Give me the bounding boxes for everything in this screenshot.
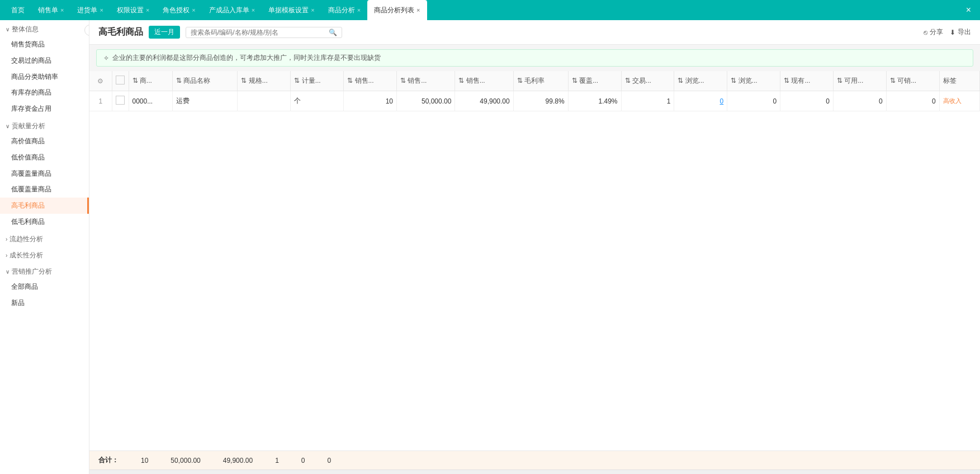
- search-input[interactable]: [191, 29, 329, 36]
- nav-product-analysis[interactable]: 商品分析 ×: [321, 0, 367, 20]
- cell-saleable: 0: [886, 91, 939, 111]
- th-sales-cost[interactable]: ⇅ 销售...: [455, 71, 513, 91]
- th-transactions[interactable]: ⇅ 交易...: [621, 71, 674, 91]
- page-title: 高毛利商品: [98, 26, 143, 38]
- cell-code: 0000...: [129, 91, 172, 111]
- th-available[interactable]: ⇅ 可用...: [833, 71, 886, 91]
- col-sort-icon-4: ⇅: [294, 77, 300, 85]
- main-layout: 《 ∨ 整体信息 销售货商品 交易过的商品 商品分类助销率 有库存的商品 库存资…: [0, 20, 980, 474]
- th-gross-margin[interactable]: ⇅ 毛利率: [513, 71, 568, 91]
- col-sort-icon-9: ⇅: [572, 77, 577, 85]
- th-sales-qty[interactable]: ⇅ 销售...: [344, 71, 397, 91]
- content-header: 高毛利商品 近一月 🔍 ⎋ 分享 ⬇ 导出: [89, 20, 980, 45]
- data-table: ⚙ ⇅ 商... ⇅ 商品名称: [89, 71, 980, 111]
- sidebar-item-all-goods[interactable]: 全部商品: [0, 279, 89, 295]
- nav-template-settings[interactable]: 单据模板设置 ×: [262, 0, 321, 20]
- footer-transactions: 1: [275, 457, 279, 464]
- cell-checkbox[interactable]: [112, 91, 129, 111]
- cell-unit: 个: [291, 91, 344, 111]
- sidebar-item-stock-capital[interactable]: 库存资金占用: [0, 101, 89, 117]
- cell-spec: [238, 91, 291, 111]
- table-wrapper: ⚙ ⇅ 商... ⇅ 商品名称: [89, 71, 980, 450]
- sidebar-item-in-stock[interactable]: 有库存的商品: [0, 85, 89, 101]
- sidebar-item-low-margin[interactable]: 低毛利商品: [0, 214, 89, 230]
- col-sort-icon-14: ⇅: [837, 77, 842, 85]
- arrow-down-icon: ∨: [6, 26, 10, 32]
- nav-purchase-order[interactable]: 进货单 ×: [70, 0, 110, 20]
- sidebar-group-overall[interactable]: ∨ 整体信息: [0, 20, 89, 36]
- cell-index: 1: [89, 91, 112, 111]
- table-row: 1 0000... 运费 个 10 50,000.00 49,900.00 99…: [89, 91, 980, 111]
- export-icon: ⬇: [950, 29, 955, 36]
- th-code[interactable]: ⇅ 商...: [129, 71, 172, 91]
- col-sort-icon-8: ⇅: [517, 77, 523, 85]
- sidebar-item-traded-goods[interactable]: 交易过的商品: [0, 53, 89, 69]
- th-browse1[interactable]: ⇅ 浏览...: [674, 71, 727, 91]
- header-actions: ⎋ 分享 ⬇ 导出: [924, 27, 971, 37]
- nav-home[interactable]: 首页: [4, 0, 31, 20]
- cell-available: 0: [833, 91, 886, 111]
- th-spec[interactable]: ⇅ 规格...: [238, 71, 291, 91]
- th-coverage[interactable]: ⇅ 覆盖...: [568, 71, 621, 91]
- sidebar-item-high-coverage[interactable]: 高覆盖量商品: [0, 166, 89, 182]
- export-btn[interactable]: ⬇ 导出: [950, 27, 971, 37]
- th-checkbox: [112, 71, 129, 91]
- arrow-down-icon-3: ∨: [6, 269, 10, 275]
- select-all-checkbox[interactable]: [116, 76, 125, 85]
- sidebar-item-low-value[interactable]: 低价值商品: [0, 149, 89, 166]
- th-tag: 标签: [939, 71, 979, 91]
- sidebar-item-new-goods[interactable]: 新品: [0, 295, 89, 311]
- cell-browse1[interactable]: 0: [674, 91, 727, 111]
- nav-role-auth[interactable]: 角色授权 ×: [156, 0, 202, 20]
- sidebar-group-marketing[interactable]: ∨ 营销推广分析: [0, 262, 89, 279]
- window-close-btn[interactable]: ×: [962, 5, 976, 15]
- nav-product-instock[interactable]: 产成品入库单 ×: [202, 0, 262, 20]
- sidebar-item-low-coverage[interactable]: 低覆盖量商品: [0, 181, 89, 198]
- cell-sales-amount: 50,000.00: [397, 91, 455, 111]
- col-sort-icon-12: ⇅: [731, 77, 736, 85]
- col-sort-icon-7: ⇅: [458, 77, 464, 85]
- content-area: 高毛利商品 近一月 🔍 ⎋ 分享 ⬇ 导出 ✧ 企业的主要的利润都是这部分商品创…: [89, 20, 980, 474]
- sidebar-group-growth[interactable]: › 成长性分析: [0, 246, 89, 262]
- col-sort-icon-3: ⇅: [241, 77, 247, 85]
- sidebar-item-sales-goods[interactable]: 销售货商品: [0, 36, 89, 53]
- sidebar-group-trend[interactable]: › 流趋性分析: [0, 230, 89, 246]
- cell-sales-cost: 49,900.00: [455, 91, 513, 111]
- nav-permission-settings[interactable]: 权限设置 ×: [110, 0, 156, 20]
- th-name[interactable]: ⇅ 商品名称: [172, 71, 238, 91]
- nav-permission-close[interactable]: ×: [146, 0, 149, 20]
- cell-gross-margin: 99.8%: [513, 91, 568, 111]
- cell-transactions: 1: [621, 91, 674, 111]
- th-saleable[interactable]: ⇅ 可销...: [886, 71, 939, 91]
- nav-purchase-order-close[interactable]: ×: [100, 0, 103, 20]
- th-browse2[interactable]: ⇅ 浏览...: [727, 71, 780, 91]
- search-box: 🔍: [186, 27, 342, 38]
- nav-sales-order-close[interactable]: ×: [60, 0, 64, 20]
- sidebar-group-contribution[interactable]: ∨ 贡献量分析: [0, 117, 89, 133]
- nav-product-analysis-close[interactable]: ×: [357, 0, 361, 20]
- nav-product-analysis-list[interactable]: 商品分析列表 ×: [367, 0, 427, 20]
- sidebar-item-high-value[interactable]: 高价值商品: [0, 133, 89, 149]
- share-btn[interactable]: ⎋ 分享: [924, 27, 943, 37]
- nav-product-instock-close[interactable]: ×: [252, 0, 255, 20]
- cell-browse2: 0: [727, 91, 780, 111]
- th-sales-amount[interactable]: ⇅ 销售...: [397, 71, 455, 91]
- footer-available: 0: [328, 457, 332, 464]
- search-icon[interactable]: 🔍: [329, 29, 337, 36]
- nav-product-analysis-list-close[interactable]: ×: [416, 0, 420, 20]
- nav-template-close[interactable]: ×: [311, 0, 314, 20]
- settings-icon[interactable]: ⚙: [97, 77, 103, 85]
- footer-bar: 合计： 10 50,000.00 49,900.00 1 0 0: [89, 450, 980, 470]
- horizontal-scrollbar[interactable]: [89, 470, 980, 474]
- sidebar-item-category-rate[interactable]: 商品分类助销率: [0, 69, 89, 85]
- sidebar-item-high-margin[interactable]: 高毛利商品: [0, 198, 89, 214]
- cell-current-stock: 0: [780, 91, 834, 111]
- nav-role-auth-close[interactable]: ×: [192, 0, 195, 20]
- arrow-down-icon-2: ∨: [6, 123, 10, 129]
- th-current-stock[interactable]: ⇅ 现有...: [780, 71, 834, 91]
- nav-sales-order[interactable]: 销售单 ×: [31, 0, 70, 20]
- time-filter-btn[interactable]: 近一月: [149, 26, 180, 39]
- cell-sales-qty: 10: [344, 91, 397, 111]
- arrow-right-icon: ›: [6, 236, 7, 242]
- th-unit[interactable]: ⇅ 计量...: [291, 71, 344, 91]
